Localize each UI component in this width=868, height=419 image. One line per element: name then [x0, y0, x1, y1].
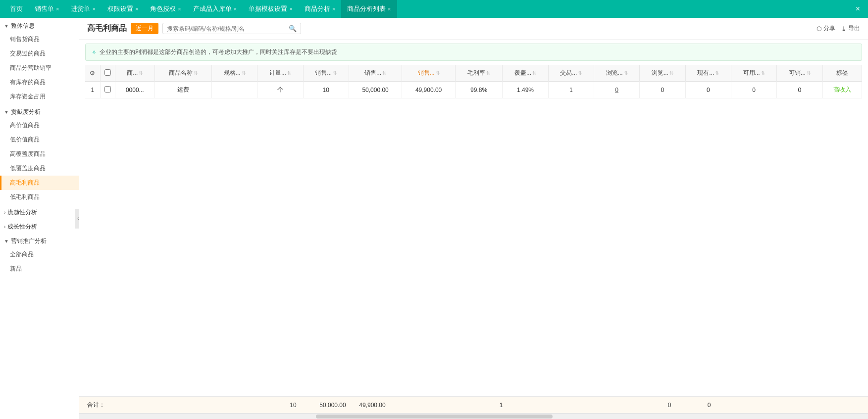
sort-icon[interactable]: ⇅: [194, 70, 198, 76]
nav-label-template: 单据模板设置: [249, 4, 287, 13]
nav-item-permissions[interactable]: 权限设置 ×: [102, 0, 144, 18]
nav-close-analytics[interactable]: ×: [332, 6, 335, 12]
nav-item-home[interactable]: 首页: [4, 0, 29, 18]
cell-checkbox[interactable]: [100, 82, 115, 98]
table-row: 1 0000... 运费 个 10 50,000.00 49,900.00 99…: [85, 82, 862, 98]
main-area: « ▼ 整体信息 销售货商品 交易过的商品 商品分营助销率 有库存的商品 库存资…: [0, 18, 868, 419]
col-header-name[interactable]: 商品名称⇅: [154, 65, 211, 82]
section-arrow-contribution: ▼: [4, 109, 9, 115]
sort-icon[interactable]: ⇅: [761, 70, 765, 76]
sort-icon[interactable]: ⇅: [436, 70, 440, 76]
sidebar-item-all-goods[interactable]: 全部商品: [0, 247, 79, 262]
sidebar: « ▼ 整体信息 销售货商品 交易过的商品 商品分营助销率 有库存的商品 库存资…: [0, 18, 79, 419]
col-header-settings[interactable]: ⚙: [85, 65, 100, 82]
nav-item-purchase[interactable]: 进货单 ×: [65, 0, 101, 18]
sort-icon[interactable]: ⇅: [532, 70, 536, 76]
sidebar-item-in-stock[interactable]: 有库存的商品: [0, 75, 79, 90]
sort-icon[interactable]: ⇅: [242, 70, 246, 76]
sort-icon[interactable]: ⇅: [624, 70, 628, 76]
sidebar-section-flow[interactable]: › 流趋性分析: [0, 204, 79, 219]
col-header-trade[interactable]: 交易...⇅: [548, 65, 594, 82]
scrollbar-thumb[interactable]: [316, 415, 553, 419]
sidebar-item-high-margin[interactable]: 高毛利商品: [0, 176, 79, 190]
nav-close-purchase[interactable]: ×: [92, 6, 95, 12]
sort-icon[interactable]: ⇅: [139, 70, 143, 76]
cell-views1[interactable]: 0: [594, 82, 639, 98]
col-header-sellable[interactable]: 可销...⇅: [777, 65, 822, 82]
sidebar-item-low-margin[interactable]: 低毛利商品: [0, 190, 79, 204]
sort-icon[interactable]: ⇅: [287, 70, 291, 76]
export-button[interactable]: ⤓ 导出: [841, 24, 860, 33]
section-arrow-marketing: ▼: [4, 238, 9, 244]
nav-close-roles[interactable]: ×: [178, 6, 181, 12]
sort-icon[interactable]: ⇅: [486, 70, 490, 76]
nav-item-warehouse[interactable]: 产成品入库单 ×: [187, 0, 243, 18]
nav-close-sales[interactable]: ×: [56, 6, 59, 12]
col-header-tag[interactable]: 标签: [822, 65, 862, 82]
filter-month-button[interactable]: 近一月: [131, 23, 158, 34]
sidebar-item-contrib-rate[interactable]: 商品分营助销率: [0, 61, 79, 75]
nav-close-warehouse[interactable]: ×: [234, 6, 237, 12]
footer-trade: 1: [481, 402, 521, 409]
sort-icon[interactable]: ⇅: [333, 70, 337, 76]
sidebar-item-inventory-capital[interactable]: 库存资金占用: [0, 90, 79, 104]
sidebar-item-traded-goods[interactable]: 交易过的商品: [0, 47, 79, 61]
footer-label: 合计：: [87, 401, 105, 409]
cell-margin: 99.8%: [455, 82, 503, 98]
col-header-sales-amount[interactable]: 销售...⇅: [349, 65, 402, 82]
sidebar-item-new-goods[interactable]: 新品: [0, 262, 79, 276]
share-icon: ⬡: [817, 25, 821, 32]
nav-label-analytics: 商品分析: [305, 4, 330, 13]
page-title: 高毛利商品: [87, 23, 127, 34]
sidebar-section-overall[interactable]: ▼ 整体信息: [0, 18, 79, 32]
sort-icon[interactable]: ⇅: [578, 70, 582, 76]
nav-close-analytics-list[interactable]: ×: [388, 6, 391, 12]
section-label-overall: 整体信息: [11, 22, 35, 30]
window-close-button[interactable]: ×: [852, 4, 864, 13]
col-header-available[interactable]: 可用...⇅: [731, 65, 776, 82]
col-header-margin[interactable]: 毛利率⇅: [455, 65, 503, 82]
search-icon[interactable]: 🔍: [289, 25, 297, 32]
sidebar-collapse-button[interactable]: «: [75, 209, 79, 229]
views1-link[interactable]: 0: [615, 87, 618, 93]
sidebar-item-high-coverage[interactable]: 高覆盖度商品: [0, 147, 79, 161]
col-header-sales-profit[interactable]: 销售...⇅: [402, 65, 455, 82]
search-input[interactable]: [167, 25, 289, 32]
data-table: ⚙ 商...⇅ 商品名称⇅ 规格...⇅: [85, 65, 862, 98]
nav-close-permissions[interactable]: ×: [135, 6, 138, 12]
settings-icon[interactable]: ⚙: [90, 70, 95, 77]
sidebar-section-contribution[interactable]: ▼ 贡献度分析: [0, 104, 79, 118]
sort-icon[interactable]: ⇅: [807, 70, 811, 76]
sort-icon[interactable]: ⇅: [382, 70, 386, 76]
sidebar-section-growth[interactable]: › 成长性分析: [0, 219, 79, 233]
sort-icon[interactable]: ⇅: [669, 70, 673, 76]
nav-item-analytics[interactable]: 商品分析 ×: [299, 0, 341, 18]
nav-close-template[interactable]: ×: [289, 6, 292, 12]
sidebar-item-low-coverage[interactable]: 低覆盖度商品: [0, 161, 79, 176]
content-area: 高毛利商品 近一月 🔍 ⬡ 分享 ⤓ 导出 ✧ 企业的主要的利润都是这部分商品创…: [79, 18, 868, 419]
sort-icon[interactable]: ⇅: [715, 70, 719, 76]
sidebar-section-marketing[interactable]: ▼ 营销推广分析: [0, 233, 79, 247]
col-header-views1[interactable]: 浏览...⇅: [594, 65, 639, 82]
cell-coverage: 1.49%: [503, 82, 548, 98]
horizontal-scrollbar[interactable]: [79, 413, 868, 419]
nav-item-template[interactable]: 单据模板设置 ×: [243, 0, 298, 18]
select-all-checkbox[interactable]: [104, 69, 111, 76]
nav-item-analytics-list[interactable]: 商品分析列表 ×: [341, 0, 397, 18]
nav-item-sales[interactable]: 销售单 ×: [29, 0, 65, 18]
col-header-code[interactable]: 商...⇅: [115, 65, 154, 82]
col-header-sales-qty[interactable]: 销售...⇅: [303, 65, 349, 82]
col-header-views2[interactable]: 浏览...⇅: [640, 65, 685, 82]
section-label-contribution: 贡献度分析: [11, 108, 41, 116]
sidebar-item-sales-goods[interactable]: 销售货商品: [0, 32, 79, 47]
sidebar-item-high-value[interactable]: 高价值商品: [0, 118, 79, 133]
share-button[interactable]: ⬡ 分享: [817, 24, 835, 33]
col-header-spec[interactable]: 规格...⇅: [211, 65, 257, 82]
col-header-current-stock[interactable]: 现有...⇅: [685, 65, 731, 82]
nav-item-roles[interactable]: 角色授权 ×: [144, 0, 187, 18]
col-header-coverage[interactable]: 覆盖...⇅: [503, 65, 548, 82]
row-checkbox[interactable]: [104, 86, 111, 93]
col-header-unit[interactable]: 计量...⇅: [257, 65, 303, 82]
info-banner: ✧ 企业的主要的利润都是这部分商品创造的，可考虑加大推广，同时关注库存是不要出现…: [85, 44, 862, 61]
sidebar-item-low-value[interactable]: 低价值商品: [0, 133, 79, 147]
